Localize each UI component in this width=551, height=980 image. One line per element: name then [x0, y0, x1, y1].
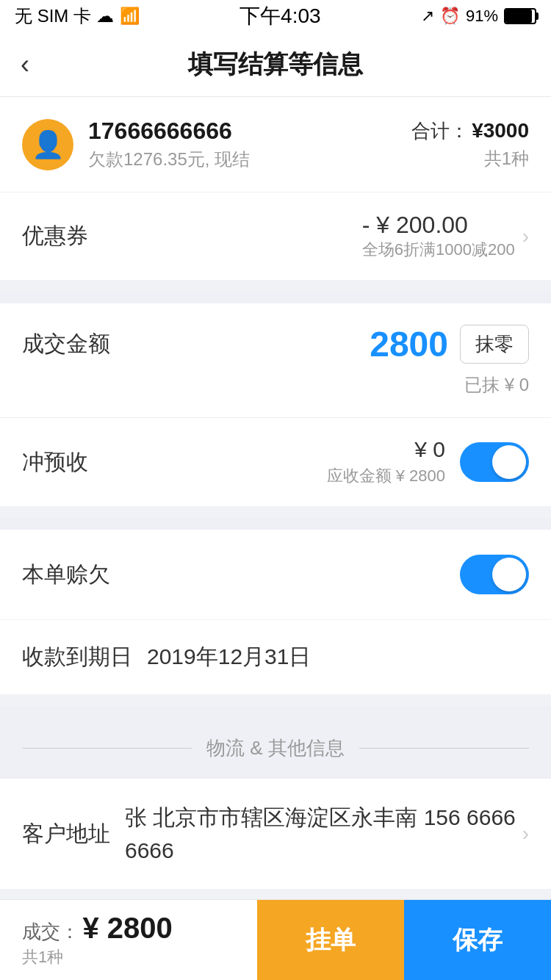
- address-value: 张 北京市市辖区海淀区永丰南 156 6666 6666: [125, 801, 522, 867]
- debt-label: 本单赊欠: [22, 560, 110, 590]
- save-button[interactable]: 保存: [404, 900, 551, 981]
- prereceive-right: ¥ 0 应收金额 ¥ 2800: [327, 437, 529, 487]
- divider-line-right: [359, 748, 529, 749]
- nav-bar: ‹ 填写结算等信息: [0, 32, 551, 97]
- coupon-row[interactable]: 优惠券 - ¥ 200.00 全场6折满1000减200 ›: [0, 192, 551, 280]
- chevron-right-icon: ›: [522, 225, 529, 248]
- address-chevron-icon: ›: [522, 822, 529, 846]
- total-amount: ¥3000: [472, 119, 529, 142]
- bottom-deal-row: 成交： ¥ 2800: [22, 912, 235, 945]
- coupon-sub: 全场6折满1000减200: [362, 239, 515, 261]
- total-row: 合计： ¥3000: [411, 118, 529, 144]
- duedate-value: 2019年12月31日: [147, 642, 311, 672]
- divider-3: [0, 706, 551, 718]
- prereceive-label: 冲预收: [22, 447, 88, 478]
- location-icon: ↗: [421, 7, 434, 26]
- prereceive-amount: ¥ 0 应收金额 ¥ 2800: [327, 437, 445, 487]
- hang-button[interactable]: 挂单: [257, 900, 404, 981]
- coupon-label: 优惠券: [22, 221, 88, 251]
- prereceive-sub: 应收金额 ¥ 2800: [327, 465, 445, 487]
- coupon-discount: - ¥ 200.00: [362, 212, 515, 239]
- status-left: 无 SIM 卡 ☁ 📶: [15, 4, 140, 28]
- avatar: 👤: [22, 119, 73, 170]
- customer-row: 👤 17666666666 欠款1276.35元, 现结 合计： ¥3000 共…: [0, 97, 551, 192]
- bottom-bar: 成交： ¥ 2800 共1种 挂单 保存: [0, 899, 551, 980]
- battery-percent: 91%: [466, 7, 498, 26]
- debt-toggle[interactable]: [460, 555, 529, 594]
- customer-sub: 欠款1276.35元, 现结: [88, 148, 250, 171]
- avatar-icon: 👤: [32, 129, 65, 160]
- status-right: ↗ ⏰ 91%: [421, 7, 536, 26]
- coupon-right: - ¥ 200.00 全场6折满1000减200 ›: [362, 212, 529, 261]
- battery-bar: [504, 8, 536, 24]
- divider-1: [0, 292, 551, 303]
- amount-row-wrapper: 成交金额 2800 抹零 已抹 ¥ 0: [0, 303, 551, 417]
- bottom-deal-label: 成交：: [22, 920, 79, 943]
- status-time: 下午4:03: [240, 2, 321, 30]
- customer-left: 👤 17666666666 欠款1276.35元, 现结: [22, 118, 250, 171]
- debt-section: 本单赊欠 收款到期日 2019年12月31日: [0, 530, 551, 694]
- prereceive-value: ¥ 0: [327, 437, 445, 462]
- bottom-count: 共1种: [22, 946, 235, 968]
- logistics-divider: 物流 & 其他信息: [0, 718, 551, 779]
- total-count: 共1种: [411, 147, 529, 170]
- amount-section: 成交金额 2800 抹零 已抹 ¥ 0 冲预收 ¥ 0 应收金额 ¥ 2800: [0, 303, 551, 506]
- divider-line-left: [22, 748, 192, 749]
- amount-right: 2800 抹零: [370, 324, 529, 364]
- address-section: 客户地址 张 北京市市辖区海淀区永丰南 156 6666 6666 ›: [0, 779, 551, 889]
- round-button[interactable]: 抹零: [460, 325, 529, 364]
- prereceive-row: 冲预收 ¥ 0 应收金额 ¥ 2800: [0, 417, 551, 506]
- debt-toggle-thumb: [492, 558, 526, 591]
- back-button[interactable]: ‹: [21, 49, 29, 80]
- logistics-text: 物流 & 其他信息: [206, 735, 345, 761]
- customer-card: 👤 17666666666 欠款1276.35元, 现结 合计： ¥3000 共…: [0, 97, 551, 280]
- sim-label: 无 SIM 卡 ☁: [15, 4, 114, 28]
- address-label: 客户地址: [22, 819, 110, 849]
- customer-info: 17666666666 欠款1276.35元, 现结: [88, 118, 250, 171]
- duedate-label: 收款到期日: [22, 642, 132, 672]
- debt-row: 本单赊欠: [0, 530, 551, 619]
- toggle-thumb: [492, 445, 526, 479]
- bottom-amount: ¥ 2800: [82, 912, 172, 944]
- status-bar: 无 SIM 卡 ☁ 📶 下午4:03 ↗ ⏰ 91%: [0, 0, 551, 32]
- address-row[interactable]: 客户地址 张 北京市市辖区海淀区永丰南 156 6666 6666 ›: [0, 779, 551, 889]
- divider-2: [0, 518, 551, 530]
- alarm-icon: ⏰: [440, 7, 460, 26]
- amount-value: 2800: [370, 324, 448, 364]
- duedate-row: 收款到期日 2019年12月31日: [0, 619, 551, 694]
- page-title: 填写结算等信息: [188, 48, 363, 82]
- amount-sub: 已抹 ¥ 0: [22, 373, 529, 397]
- amount-label: 成交金额: [22, 329, 110, 359]
- customer-phone: 17666666666: [88, 118, 250, 145]
- customer-right: 合计： ¥3000 共1种: [411, 118, 529, 170]
- total-label: 合计：: [411, 120, 469, 142]
- amount-row: 成交金额 2800 抹零: [22, 324, 529, 364]
- wifi-icon: 📶: [120, 7, 140, 26]
- bottom-summary: 成交： ¥ 2800 共1种: [0, 912, 257, 968]
- prereceive-toggle[interactable]: [460, 442, 529, 482]
